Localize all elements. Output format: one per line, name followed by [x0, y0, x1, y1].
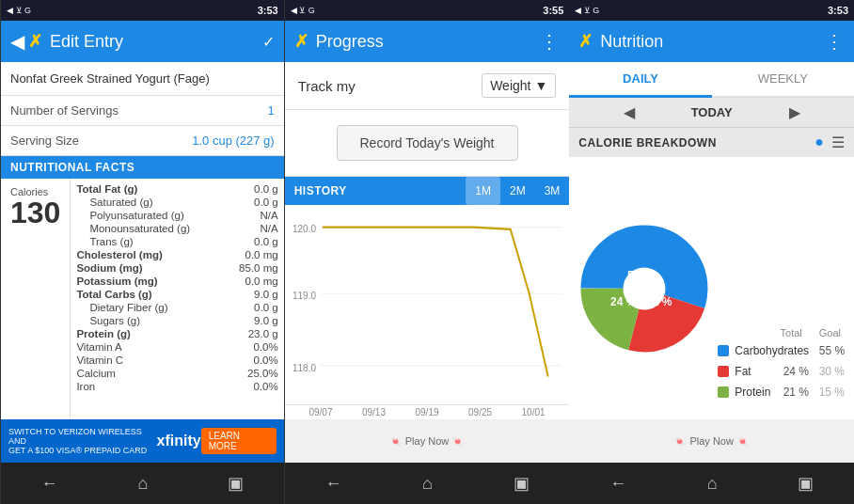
ad-line2: GET A $100 VISA® PREPAID CARD — [8, 446, 157, 455]
nutrition-header: NUTRITIONAL FACTS — [1, 156, 284, 179]
nutrient-label: Total Carbs (g) — [76, 289, 151, 300]
record-weight-button[interactable]: Record Today's Weight — [337, 125, 518, 161]
tab-2m[interactable]: 2M — [500, 177, 535, 205]
nutrient-label: Vitamin A — [76, 341, 121, 353]
x-label-4: 09/25 — [468, 407, 492, 417]
nutrient-row: Cholesterol (mg)0.0 mg — [76, 248, 277, 261]
svg-text:119.0: 119.0 — [293, 289, 316, 301]
history-label: HISTORY — [285, 177, 356, 205]
track-select-value: Weight — [490, 78, 530, 93]
home-nav-button-3[interactable]: ⌂ — [692, 466, 733, 501]
nutrient-label: Cholesterol (mg) — [76, 249, 162, 260]
nutrient-label: Calcium — [76, 368, 116, 379]
back-nav-button-2[interactable]: ← — [309, 466, 356, 501]
status-icons-left-2: ◀ ⊻ G — [291, 6, 315, 15]
ad-bar-1: SWITCH TO VERIZON WIRELESS AND GET A $10… — [1, 419, 284, 463]
ad-bar-2: 🍬 Play Now 🍬 — [285, 419, 570, 463]
recent-nav-button-2[interactable]: ▣ — [498, 465, 545, 501]
protein-goal: 15 % — [809, 386, 845, 399]
ad-brand: xfinity — [157, 433, 201, 449]
nav-bar-2: ← ⌂ ▣ — [285, 463, 570, 504]
protein-label: Protein — [735, 386, 773, 399]
confirm-button[interactable]: ✓ — [262, 33, 275, 51]
panel-progress: ◀ ⊻ G 3:55 ✗ Progress ⋮ Track my Weight … — [285, 0, 570, 504]
panel-nutrition: ◀ ⊻ G 3:53 ✗ Nutrition ⋮ DAILY WEEKLY ◀ … — [569, 0, 854, 504]
nutrient-row: Sugars (g)9.0 g — [76, 314, 277, 327]
menu-button-3[interactable]: ⋮ — [825, 30, 845, 53]
serving-size-row: Serving Size 1.0 cup (227 g) — [1, 126, 284, 156]
status-time-1: 3:53 — [258, 5, 278, 16]
status-time-3: 3:53 — [828, 5, 848, 16]
fat-pct: 24 % — [773, 365, 809, 378]
record-btn-area: Record Today's Weight — [285, 110, 570, 177]
legend-row-carbs: Carbohydrates 55 % 55 % — [718, 344, 845, 357]
nutrient-value: 0.0 g — [254, 236, 278, 247]
nutrient-label: Dietary Fiber (g) — [89, 302, 167, 313]
carbs-color — [718, 345, 729, 356]
back-nav-button-1[interactable]: ← — [25, 466, 72, 501]
nutrient-value: 0.0 mg — [245, 249, 278, 260]
nutrient-value: 0.0 mg — [245, 276, 278, 287]
track-select[interactable]: Weight ▼ — [482, 73, 556, 98]
dropdown-arrow-icon: ▼ — [534, 78, 547, 93]
tab-3m[interactable]: 3M — [535, 177, 570, 205]
carbs-goal: 55 % — [845, 344, 854, 357]
serving-size-value[interactable]: 1.0 cup (227 g) — [192, 134, 274, 148]
list-view-icon[interactable]: ☰ — [831, 134, 845, 151]
fat-goal: 30 % — [809, 365, 845, 378]
top-bar-1: ◀ ✗ Edit Entry ✓ — [1, 21, 284, 62]
protein-pct: 21 % — [773, 386, 809, 399]
servings-value[interactable]: 1 — [267, 103, 274, 118]
nutrient-value: 25.0% — [247, 368, 278, 379]
pie-chart-icon[interactable]: ● — [814, 134, 824, 151]
nutrient-row: Polyunsaturated (g)N/A — [76, 209, 277, 222]
nutrient-value: 23.0 g — [248, 328, 278, 339]
calories-block: Calories 130 — [1, 179, 71, 419]
nutrition-table: Total Fat (g)0.0 gSaturated (g)0.0 gPoly… — [71, 179, 283, 419]
recent-nav-button-3[interactable]: ▣ — [783, 465, 829, 501]
home-nav-button-2[interactable]: ⌂ — [407, 466, 448, 501]
svg-text:24 %: 24 % — [610, 295, 637, 308]
svg-text:55 %: 55 % — [627, 268, 656, 282]
home-nav-button-1[interactable]: ⌂ — [122, 466, 163, 501]
nutrient-value: 9.0 g — [254, 315, 278, 326]
svg-text:118.0: 118.0 — [293, 361, 316, 373]
x-label-5: 10/01 — [522, 407, 546, 417]
ad-placeholder-2: 🍬 Play Now 🍬 — [389, 435, 466, 448]
ad-button[interactable]: LEARN MORE — [201, 428, 277, 454]
nutrient-label: Polyunsaturated (g) — [89, 210, 183, 221]
servings-label: Number of Servings — [10, 103, 119, 118]
x-label-1: 09/07 — [308, 407, 332, 417]
legend-row-fat: Fat 24 % 30 % — [718, 365, 845, 378]
nutrient-value: 0.0 g — [254, 183, 278, 195]
ad-text: SWITCH TO VERIZON WIRELESS AND GET A $10… — [8, 427, 157, 455]
nutrient-label: Saturated (g) — [89, 197, 152, 208]
serving-size-label: Serving Size — [10, 134, 79, 148]
nutrient-value: 85.0 mg — [239, 262, 278, 274]
next-date-button[interactable]: ▶ — [789, 103, 800, 121]
protein-color — [718, 386, 729, 398]
legend-header: Total Goal — [718, 327, 845, 339]
ad-placeholder-3: 🍬 Play Now 🍬 — [673, 435, 750, 448]
tab-weekly[interactable]: WEEKLY — [712, 62, 854, 98]
page-title-1: Edit Entry — [50, 32, 262, 52]
tab-daily[interactable]: DAILY — [569, 62, 711, 98]
nutrition-tabs: DAILY WEEKLY — [569, 62, 854, 98]
legend-total-header: Total — [781, 327, 802, 339]
nutrient-value: 0.0 g — [254, 197, 278, 208]
back-nav-button-3[interactable]: ← — [594, 466, 641, 501]
current-date-label: TODAY — [691, 105, 733, 119]
chart-area: 120.0 119.0 118.0 — [285, 205, 570, 404]
recent-nav-button-1[interactable]: ▣ — [213, 465, 259, 501]
prev-date-button[interactable]: ◀ — [624, 103, 635, 121]
back-button-1[interactable]: ◀ — [10, 30, 24, 53]
nutrient-row: Potassium (mg)0.0 mg — [76, 275, 277, 288]
nutrient-row: Protein (g)23.0 g — [76, 327, 277, 340]
fat-color — [718, 366, 729, 377]
calorie-breakdown-title: CALORIE BREAKDOWN — [578, 136, 717, 150]
status-time-2: 3:55 — [543, 5, 563, 16]
nutrient-value: 0.0% — [253, 341, 277, 353]
svg-text:120.0: 120.0 — [293, 223, 316, 235]
menu-button-2[interactable]: ⋮ — [540, 30, 560, 53]
tab-1m[interactable]: 1M — [466, 177, 500, 205]
